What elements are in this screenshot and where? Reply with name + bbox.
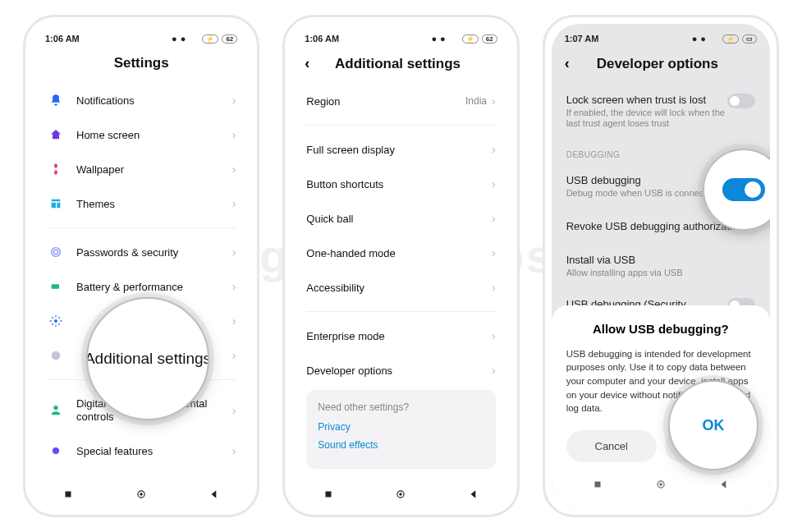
status-bar: 1:06 AM ● ● ⚡ 62 xyxy=(32,24,250,47)
chevron-right-icon: › xyxy=(492,177,496,190)
row-label: Button shortcuts xyxy=(306,178,492,190)
status-dot-icon: ● xyxy=(692,34,698,44)
nav-back-icon[interactable] xyxy=(468,488,479,500)
usb-debugging-toggle[interactable] xyxy=(722,178,765,201)
footer-link-sound[interactable]: Sound effects xyxy=(318,439,483,451)
svg-rect-13 xyxy=(595,482,601,488)
nav-recent-icon[interactable] xyxy=(592,479,603,490)
nav-home-icon[interactable] xyxy=(395,488,406,500)
magnify-ok: OK xyxy=(668,380,758,470)
settings-row-passwords[interactable]: Passwords & security › xyxy=(47,235,236,269)
settings-row-home[interactable]: Home screen › xyxy=(47,117,236,152)
nav-back-icon[interactable] xyxy=(718,479,730,490)
svg-point-1 xyxy=(53,250,57,254)
divider xyxy=(306,311,495,312)
cog-icon xyxy=(47,314,65,328)
nav-bar xyxy=(32,477,250,508)
row-button-shortcuts[interactable]: Button shortcuts› xyxy=(306,167,495,201)
battery-label: ▭ xyxy=(742,34,757,44)
toggle-off[interactable] xyxy=(727,94,755,108)
row-enterprise[interactable]: Enterprise mode› xyxy=(306,319,495,353)
settings-row-special[interactable]: Special features › xyxy=(47,433,236,468)
page-title: Settings xyxy=(45,55,237,71)
chevron-right-icon: › xyxy=(232,314,236,328)
chevron-right-icon: › xyxy=(232,404,236,417)
row-install-usb[interactable]: Install via USB Allow installing apps vi… xyxy=(566,244,755,288)
back-button[interactable]: ‹ xyxy=(565,55,570,72)
flower-icon xyxy=(47,163,65,176)
chevron-right-icon: › xyxy=(492,246,496,259)
home-icon xyxy=(47,128,65,141)
row-label: Install via USB xyxy=(566,254,755,266)
row-fullscreen[interactable]: Full screen display› xyxy=(306,132,495,167)
svg-point-0 xyxy=(52,248,61,257)
chevron-right-icon: › xyxy=(492,281,496,294)
row-one-handed[interactable]: One-handed mode› xyxy=(306,236,495,270)
nav-back-icon[interactable] xyxy=(209,488,220,500)
divider xyxy=(306,125,495,126)
row-quickball[interactable]: Quick ball› xyxy=(306,201,495,236)
battery-indicator: ⚡ xyxy=(462,34,479,44)
ok-label: OK xyxy=(702,417,724,434)
row-label: Full screen display xyxy=(306,144,492,156)
star-icon xyxy=(47,444,65,457)
phone-settings: 1:06 AM ● ● ⚡ 62 Settings Notifications … xyxy=(23,15,259,517)
back-button[interactable]: ‹ xyxy=(305,55,309,72)
clock: 1:06 AM xyxy=(305,34,339,44)
row-lock-screen-trust[interactable]: Lock screen when trust is lost If enable… xyxy=(566,84,755,139)
chevron-right-icon: › xyxy=(232,280,236,293)
row-sub: Allow installing apps via USB xyxy=(566,268,755,278)
page-header: ‹ Additional settings xyxy=(291,47,510,84)
row-label: Accessibility xyxy=(306,282,492,294)
row-region[interactable]: Region India › xyxy=(306,84,495,118)
chevron-right-icon: › xyxy=(232,94,236,107)
phone-developer-options: 1:07 AM ● ● ⚡ ▭ ‹ Developer options Lock… xyxy=(543,15,779,517)
chevron-right-icon: › xyxy=(232,349,236,362)
svg-rect-2 xyxy=(52,284,59,288)
row-label: Battery & performance xyxy=(76,281,232,293)
chevron-right-icon: › xyxy=(492,329,496,342)
nav-recent-icon[interactable] xyxy=(62,488,74,500)
nav-home-icon[interactable] xyxy=(655,479,667,490)
svg-point-3 xyxy=(54,319,57,323)
nav-recent-icon[interactable] xyxy=(323,488,334,500)
footer-link-privacy[interactable]: Privacy xyxy=(318,421,483,433)
cancel-button[interactable]: Cancel xyxy=(566,430,657,462)
row-accessibility[interactable]: Accessibility› xyxy=(306,270,495,305)
nav-home-icon[interactable] xyxy=(135,488,147,500)
settings-row-wallpaper[interactable]: Wallpaper › xyxy=(47,152,236,186)
nav-bar xyxy=(291,477,510,508)
wellbeing-icon xyxy=(47,404,65,417)
chevron-right-icon: › xyxy=(492,364,496,377)
chevron-right-icon: › xyxy=(232,128,236,141)
battery-icon xyxy=(47,280,65,293)
row-label: Lock screen when trust is lost xyxy=(566,94,727,106)
svg-point-5 xyxy=(53,406,57,410)
chevron-right-icon: › xyxy=(232,163,236,176)
svg-point-15 xyxy=(659,483,662,486)
dialog-title: Allow USB debugging? xyxy=(566,322,755,336)
magnify-label: Additional settings xyxy=(86,350,209,368)
row-sub: If enabled, the device will lock when th… xyxy=(566,108,727,129)
row-label: Wallpaper xyxy=(76,163,232,176)
clock: 1:07 AM xyxy=(565,34,599,44)
status-bar: 1:06 AM ● ● ⚡ 62 xyxy=(291,24,510,47)
page-header: Settings xyxy=(32,47,250,83)
footer-heading: Need other settings? xyxy=(318,401,483,413)
battery-indicator: ⚡ xyxy=(202,34,218,44)
row-developer-options[interactable]: Developer options› xyxy=(306,353,495,382)
bell-icon xyxy=(47,94,65,107)
dots-icon xyxy=(47,349,65,362)
themes-icon xyxy=(47,197,65,210)
row-label: Notifications xyxy=(76,94,232,107)
status-dot-icon: ● xyxy=(440,34,446,44)
battery-indicator: ⚡ xyxy=(722,34,739,44)
settings-row-notifications[interactable]: Notifications › xyxy=(47,83,236,117)
chevron-right-icon: › xyxy=(232,245,236,259)
page-title: Additional settings xyxy=(316,56,479,72)
chevron-right-icon: › xyxy=(492,143,496,156)
page-title: Developer options xyxy=(576,56,739,72)
settings-row-themes[interactable]: Themes › xyxy=(47,186,236,221)
row-label: One-handed mode xyxy=(306,247,492,259)
svg-point-12 xyxy=(400,493,403,496)
